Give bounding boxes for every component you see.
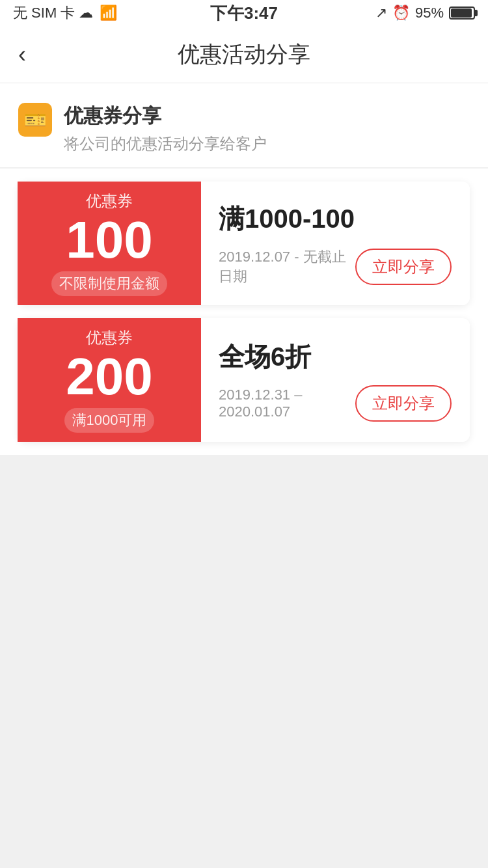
status-left: 无 SIM 卡 ☁ 📶 [13, 3, 117, 23]
section-subtitle: 将公司的优惠活动分享给客户 [64, 133, 267, 154]
share-button-1[interactable]: 立即分享 [355, 249, 452, 285]
coupon-name-1: 满1000-100 [219, 201, 452, 237]
bottom-area [0, 455, 488, 819]
status-time: 下午3:47 [210, 2, 278, 25]
coupon-date-1: 2019.12.07 - 无截止日期 [219, 247, 355, 286]
coupon-icon: 🎫 [18, 103, 52, 137]
coupon-label-1: 优惠券 [86, 191, 133, 211]
nav-bar: ‹ 优惠活动分享 [0, 26, 488, 83]
alarm-icon: ⏰ [392, 5, 410, 21]
battery-percent: 95% [415, 5, 444, 21]
coupon-meta-1: 2019.12.07 - 无截止日期 立即分享 [219, 247, 452, 286]
back-button[interactable]: ‹ [18, 41, 26, 68]
coupons-area: 优惠券 100 不限制使用金额 满1000-100 2019.12.07 - 无… [0, 169, 488, 455]
location-icon: ↗ [375, 5, 387, 21]
coupon-card-2: 优惠券 200 满1000可用 全场6折 2019.12.31 – 2020.0… [18, 318, 470, 442]
coupon-date-2: 2019.12.31 – 2020.01.07 [219, 387, 355, 420]
wifi-icon: 📶 [100, 5, 117, 21]
coupon-label-2: 优惠券 [86, 327, 133, 348]
coupon-name-2: 全场6折 [219, 339, 452, 375]
battery-icon [449, 7, 475, 20]
coupon-right-1: 满1000-100 2019.12.07 - 无截止日期 立即分享 [200, 182, 470, 305]
status-right: ↗ ⏰ 95% [375, 5, 475, 21]
section-text: 优惠券分享 将公司的优惠活动分享给客户 [64, 103, 267, 154]
coupon-value-2: 200 [66, 351, 152, 403]
coupon-condition-2: 满1000可用 [64, 408, 155, 433]
coupon-value-1: 100 [66, 214, 152, 266]
status-bar: 无 SIM 卡 ☁ 📶 下午3:47 ↗ ⏰ 95% [0, 0, 488, 26]
share-button-2[interactable]: 立即分享 [355, 385, 452, 422]
section-header: 🎫 优惠券分享 将公司的优惠活动分享给客户 [0, 83, 488, 167]
coupon-right-2: 全场6折 2019.12.31 – 2020.01.07 立即分享 [200, 318, 470, 442]
coupon-meta-2: 2019.12.31 – 2020.01.07 立即分享 [219, 385, 452, 422]
coupon-left-2: 优惠券 200 满1000可用 [18, 318, 200, 442]
coupon-card-1: 优惠券 100 不限制使用金额 满1000-100 2019.12.07 - 无… [18, 182, 470, 305]
coupon-left-1: 优惠券 100 不限制使用金额 [18, 182, 200, 305]
section-title: 优惠券分享 [64, 103, 267, 129]
page-title: 优惠活动分享 [178, 40, 310, 70]
no-sim-label: 无 SIM 卡 ☁ [13, 3, 93, 23]
coupon-condition-1: 不限制使用金额 [51, 271, 167, 296]
